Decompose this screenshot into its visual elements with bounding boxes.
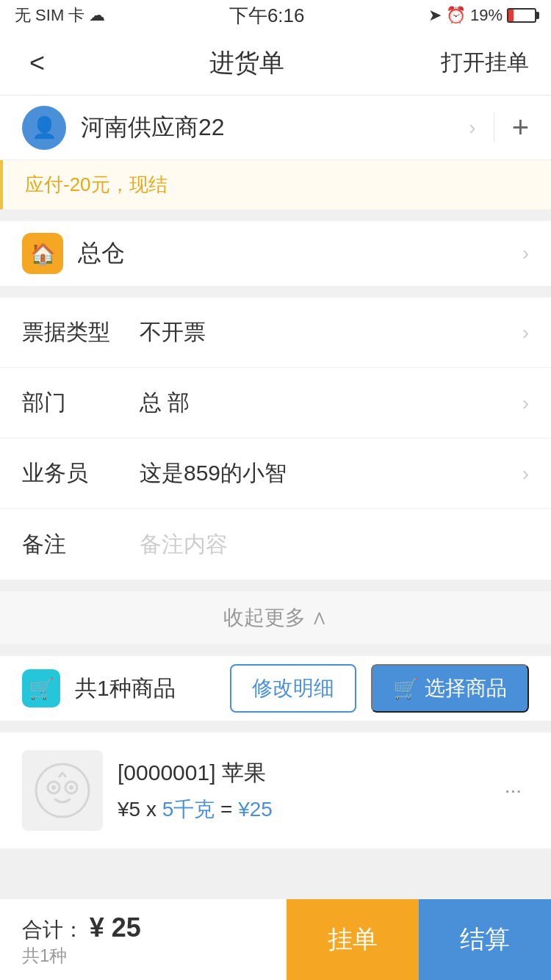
svg-point-3 — [51, 785, 56, 790]
edit-detail-button[interactable]: 修改明细 — [230, 664, 356, 713]
select-product-button[interactable]: 🛒 选择商品 — [371, 664, 529, 713]
page-title: 进货单 — [209, 46, 284, 80]
supplier-avatar: 👤 — [22, 106, 66, 150]
invoice-row[interactable]: 票据类型 不开票 › — [0, 298, 551, 368]
form-section: 票据类型 不开票 › 部门 总 部 › 业务员 这是859的小智 › 备注 备注… — [0, 298, 551, 580]
total-row: 合计： ¥ 25 — [22, 912, 264, 944]
total-label: 合计： — [22, 918, 84, 941]
product-id: [0000001] — [118, 760, 215, 785]
back-button[interactable]: < — [22, 40, 52, 86]
supplier-row[interactable]: 👤 河南供应商22 › + — [0, 96, 551, 160]
status-time: 下午6:16 — [229, 3, 305, 29]
supplier-chevron-icon: › — [469, 116, 475, 140]
nav-bar: < 进货单 打开挂单 — [0, 31, 551, 96]
product-price: ¥5 x 5千克 = ¥25 — [118, 796, 483, 824]
bag-icon: 🛒 — [29, 677, 54, 701]
avatar-icon: 👤 — [32, 115, 57, 140]
warehouse-row[interactable]: 🏠 总仓 › — [0, 221, 551, 286]
open-hang-button[interactable]: 打开挂单 — [441, 48, 529, 78]
checkout-button[interactable]: 结算 — [419, 899, 551, 980]
product-count: 共1种商品 — [75, 674, 215, 704]
price-value: ¥5 — [118, 798, 140, 821]
salesman-label: 业务员 — [22, 458, 125, 489]
salesman-row[interactable]: 业务员 这是859的小智 › — [0, 439, 551, 509]
total-amount: ¥ 25 — [90, 912, 141, 943]
location-icon: ➤ — [428, 6, 442, 25]
product-title: 苹果 — [222, 760, 266, 785]
supplier-section: 👤 河南供应商22 › + 应付-20元，现结 — [0, 96, 551, 209]
total-count: 共1种 — [22, 944, 264, 968]
product-name: [0000001] 苹果 — [118, 758, 483, 788]
quantity-value: 5千克 — [162, 798, 215, 821]
product-info: [0000001] 苹果 ¥5 x 5千克 = ¥25 — [118, 758, 483, 824]
main-content: 👤 河南供应商22 › + 应付-20元，现结 🏠 总仓 › 票据类型 不开票 … — [0, 96, 551, 929]
svg-point-4 — [69, 785, 73, 790]
department-label: 部门 — [22, 388, 125, 418]
more-button[interactable]: ··· — [497, 771, 529, 810]
warehouse-section: 🏠 总仓 › — [0, 221, 551, 286]
warehouse-chevron-icon: › — [522, 242, 529, 265]
equals-sign: = — [220, 798, 238, 821]
total-section: 合计： ¥ 25 共1种 — [0, 912, 287, 968]
add-button[interactable]: + — [512, 111, 529, 144]
warehouse-icon: 🏠 — [22, 233, 63, 274]
supplier-name: 河南供应商22 — [81, 112, 225, 144]
status-left: 无 SIM 卡 ☁ — [15, 4, 105, 26]
payment-notice: 应付-20元，现结 — [0, 160, 551, 209]
remark-row[interactable]: 备注 备注内容 — [0, 509, 551, 580]
owl-logo-icon — [33, 761, 92, 820]
total-value: ¥25 — [238, 798, 273, 821]
supplier-left: 👤 河南供应商22 — [22, 106, 469, 150]
home-icon: 🏠 — [30, 242, 56, 266]
bottom-bar: 合计： ¥ 25 共1种 挂单 结算 — [0, 899, 551, 980]
warehouse-name: 总仓 — [78, 237, 522, 270]
invoice-value: 不开票 — [125, 317, 522, 347]
remark-input[interactable]: 备注内容 — [125, 530, 529, 560]
battery-icon — [507, 8, 536, 23]
hang-button[interactable]: 挂单 — [287, 899, 419, 980]
remark-label: 备注 — [22, 530, 125, 560]
status-bar: 无 SIM 卡 ☁ 下午6:16 ➤ ⏰ 19% — [0, 0, 551, 31]
signal-text: 无 SIM 卡 ☁ — [15, 4, 105, 26]
product-thumbnail — [22, 750, 103, 831]
department-chevron-icon: › — [522, 392, 529, 415]
battery-percent: 19% — [470, 6, 503, 25]
department-value: 总 部 — [125, 388, 522, 418]
product-item: [0000001] 苹果 ¥5 x 5千克 = ¥25 ··· — [0, 732, 551, 849]
collapse-bar[interactable]: 收起更多 ∧ — [0, 591, 551, 644]
invoice-label: 票据类型 — [22, 317, 125, 347]
department-row[interactable]: 部门 总 部 › — [0, 368, 551, 439]
products-header: 🛒 共1种商品 修改明细 🛒 选择商品 — [0, 656, 551, 721]
select-icon: 🛒 — [393, 677, 419, 701]
alarm-icon: ⏰ — [446, 6, 466, 25]
status-right: ➤ ⏰ 19% — [428, 6, 536, 25]
divider — [494, 113, 494, 143]
salesman-chevron-icon: › — [522, 462, 529, 486]
product-icon: 🛒 — [22, 669, 60, 707]
invoice-chevron-icon: › — [522, 321, 529, 345]
salesman-value: 这是859的小智 — [125, 458, 522, 489]
multiply-sign: x — [146, 798, 162, 821]
